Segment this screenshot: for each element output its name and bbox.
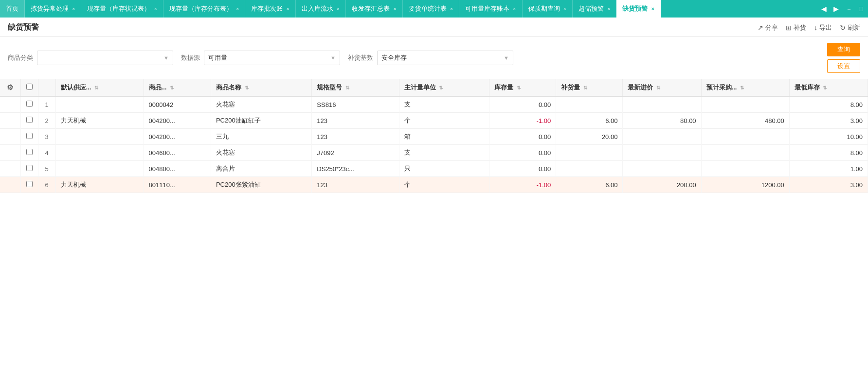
datasource-chevron-icon: ▼: [330, 55, 336, 61]
nav-tab-close-shortage[interactable]: ×: [651, 6, 654, 12]
nav-tab-close-inventory-status[interactable]: ×: [154, 6, 157, 12]
nav-tab-close-inout-flow[interactable]: ×: [337, 6, 340, 12]
datasource-select[interactable]: 可用量 ▼: [204, 51, 340, 65]
table-header-row: ⚙ 默认供应... ⇅ 商品... ⇅ 商品名称: [0, 79, 868, 96]
nav-tab-order-stats[interactable]: 要货单统计表×: [403, 0, 459, 18]
nav-tab-collect-summary[interactable]: 收发存汇总表×: [346, 0, 402, 18]
refresh-button[interactable]: ↻ 刷新: [840, 23, 860, 32]
sort-min-stock-icon[interactable]: ⇅: [823, 85, 827, 90]
nav-tab-close-collect-summary[interactable]: ×: [393, 6, 396, 12]
td-product-code-4: 004800...: [144, 161, 211, 177]
nav-tab-available-ledger[interactable]: 可用量库存账本×: [459, 0, 522, 18]
nav-minimize-btn[interactable]: －: [843, 3, 855, 14]
td-product-name-5: PC200张紧油缸: [211, 177, 311, 193]
nav-tab-shortage[interactable]: 缺货预警×: [616, 0, 660, 18]
query-button[interactable]: 查询: [827, 43, 860, 56]
sort-latest-price-icon[interactable]: ⇅: [656, 85, 660, 90]
sort-est-purchase-icon[interactable]: ⇅: [740, 85, 744, 90]
nav-tab-close-inventory-dist[interactable]: ×: [236, 6, 239, 12]
nav-next-btn[interactable]: ▶: [831, 3, 842, 14]
td-min-stock-4: 1.00: [789, 161, 868, 177]
nav-tab-close-overstock[interactable]: ×: [607, 6, 610, 12]
category-chevron-icon: ▼: [163, 55, 169, 61]
nav-tab-overstock[interactable]: 超储预警×: [573, 0, 616, 18]
td-min-stock-3: 8.00: [789, 145, 868, 161]
sort-replenish-icon[interactable]: ⇅: [583, 85, 587, 90]
td-supplier-0: [55, 96, 144, 113]
td-unit-4: 只: [399, 161, 489, 177]
th-settings: ⚙: [0, 79, 20, 96]
replenish-button[interactable]: ⊞ 补货: [786, 23, 806, 32]
row-checkbox-5[interactable]: [26, 181, 33, 187]
table-row: 4 004600... 火花塞 J7092 支 0.00 8.00: [0, 145, 868, 161]
nav-tab-close-expiry-query[interactable]: ×: [563, 6, 566, 12]
table-row: 6 力天机械 801110... PC200张紧油缸 123 个 -1.00 6…: [0, 177, 868, 193]
td-unit-1: 个: [399, 113, 489, 129]
nav-prev-btn[interactable]: ◀: [818, 3, 830, 14]
nav-tab-close-abnormal[interactable]: ×: [72, 6, 75, 12]
td-est-purchase-2: [701, 129, 789, 145]
sort-spec-icon[interactable]: ⇅: [345, 85, 349, 90]
nav-maximize-btn[interactable]: □: [856, 3, 866, 14]
select-all-checkbox[interactable]: [26, 84, 33, 90]
nav-tab-close-available-ledger[interactable]: ×: [513, 6, 516, 12]
datasource-label: 数据源: [181, 53, 200, 62]
replenish-base-select[interactable]: 安全库存 ▼: [377, 51, 513, 65]
sort-supplier-icon[interactable]: ⇅: [94, 85, 98, 90]
replenish-base-label: 补货基数: [348, 53, 373, 62]
nav-tab-inventory-dist[interactable]: 现存量（库存分布表）×: [163, 0, 245, 18]
td-min-stock-1: 3.00: [789, 113, 868, 129]
td-spec-0: SS816: [312, 96, 399, 113]
td-replenish-5: 6.00: [556, 177, 623, 193]
nav-tab-inventory-status[interactable]: 现存量（库存状况表）×: [81, 0, 163, 18]
td-stock-0: 0.00: [489, 96, 556, 113]
td-latest-price-2: [623, 129, 701, 145]
share-button[interactable]: ↗ 分享: [758, 23, 778, 32]
th-latest-price: 最新进价 ⇅: [623, 79, 701, 96]
export-button[interactable]: ↓ 导出: [814, 23, 832, 32]
td-stock-2: 0.00: [489, 129, 556, 145]
sort-product-name-icon[interactable]: ⇅: [245, 85, 249, 90]
table-settings-icon[interactable]: ⚙: [7, 83, 13, 91]
nav-tab-home[interactable]: 首页: [0, 0, 25, 18]
td-latest-price-1: 80.00: [623, 113, 701, 129]
datasource-value: 可用量: [208, 53, 227, 62]
row-checkbox-0[interactable]: [26, 101, 33, 107]
table-row: 1 0000042 火花塞 SS816 支 0.00 8.00: [0, 96, 868, 113]
td-supplier-3: [55, 145, 144, 161]
row-checkbox-4[interactable]: [26, 165, 33, 171]
row-checkbox-3[interactable]: [26, 149, 33, 155]
settings-button[interactable]: 设置: [827, 59, 860, 73]
nav-tab-close-batch-account[interactable]: ×: [286, 6, 289, 12]
td-supplier-4: [55, 161, 144, 177]
nav-tab-abnormal[interactable]: 拣货异常处理×: [25, 0, 81, 18]
data-table: ⚙ 默认供应... ⇅ 商品... ⇅ 商品名称: [0, 79, 868, 193]
th-spec: 规格型号 ⇅: [312, 79, 399, 96]
td-spec-4: DS250*23c...: [312, 161, 399, 177]
td-product-code-1: 004200...: [144, 113, 211, 129]
td-unit-2: 箱: [399, 129, 489, 145]
category-select[interactable]: ▼: [37, 51, 173, 65]
td-product-name-4: 离合片: [211, 161, 311, 177]
page-body: 缺货预警 ↗ 分享 ⊞ 补货 ↓ 导出 ↻ 刷新 商品分类: [0, 18, 868, 387]
td-spec-1: 123: [312, 113, 399, 129]
row-checkbox-1[interactable]: [26, 117, 33, 123]
td-replenish-0: [556, 96, 623, 113]
nav-tab-close-order-stats[interactable]: ×: [450, 6, 453, 12]
td-est-purchase-3: [701, 145, 789, 161]
td-unit-5: 个: [399, 177, 489, 193]
nav-tab-batch-account[interactable]: 库存批次账×: [245, 0, 295, 18]
nav-tab-expiry-query[interactable]: 保质期查询×: [523, 0, 573, 18]
share-icon: ↗: [758, 24, 763, 32]
row-checkbox-2[interactable]: [26, 133, 33, 139]
nav-tab-inout-flow[interactable]: 出入库流水×: [296, 0, 346, 18]
td-index-1: 2: [38, 113, 55, 129]
td-est-purchase-5: 1200.00: [701, 177, 789, 193]
sort-unit-icon[interactable]: ⇅: [439, 85, 443, 90]
td-spec-5: 123: [312, 177, 399, 193]
sort-product-code-icon[interactable]: ⇅: [170, 85, 174, 90]
td-unit-3: 支: [399, 145, 489, 161]
td-settings-5: [0, 177, 20, 193]
sort-stock-icon[interactable]: ⇅: [517, 85, 521, 90]
td-settings-4: [0, 161, 20, 177]
